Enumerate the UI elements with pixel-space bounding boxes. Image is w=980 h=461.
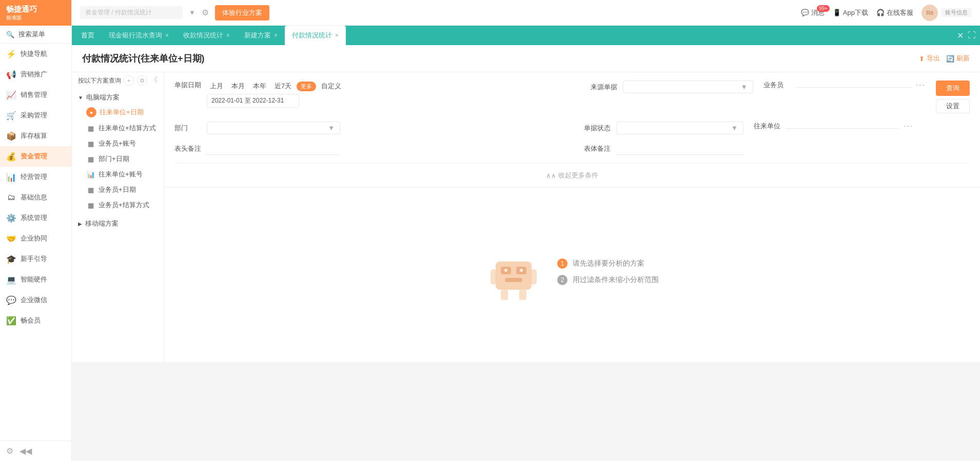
tab-new-scheme-close[interactable]: ×	[274, 32, 278, 39]
source-filter-item: 来源单据 ▼	[591, 81, 753, 93]
partner-dots-icon[interactable]: ···	[904, 122, 913, 131]
trial-button[interactable]: 体验行业方案	[215, 5, 269, 21]
scheme-panel: 按以下方案查询 + ⚙ 《 ▼ 电脑端方案	[72, 72, 164, 362]
system-icon: ⚙️	[6, 213, 16, 223]
topbar-gear-icon[interactable]: ⚙	[202, 8, 209, 17]
dept-select[interactable]: ▼	[207, 122, 340, 134]
staff-input[interactable]	[796, 83, 912, 88]
staff-dots-icon[interactable]: ···	[916, 81, 926, 90]
scheme-group-desktop-header[interactable]: ▼ 电脑端方案	[72, 91, 164, 104]
filter-row-2: 部门 ▼ 单据状态 ▼	[174, 122, 970, 134]
scheme-group-desktop: ▼ 电脑端方案 ● 往来单位+日期 ▦ 往来单位+结算方式	[72, 89, 164, 215]
header-note-input[interactable]	[207, 143, 340, 155]
step2-num: 2	[557, 275, 567, 285]
tab-payment-stats-close[interactable]: ×	[335, 32, 339, 39]
tab-payment-stats[interactable]: 付款情况统计 ×	[285, 26, 346, 45]
scheme-group-mobile-header[interactable]: ▶ 移动端方案	[72, 217, 164, 230]
sidebar-item-basic[interactable]: 🗂 基础信息	[0, 187, 71, 208]
sidebar-item-enterprise[interactable]: 🤝 企业协同	[0, 228, 71, 249]
service-button[interactable]: 🎧 在线客服	[876, 8, 913, 17]
avatar: Rit	[922, 5, 938, 21]
scheme-collapse-icon[interactable]: 《	[150, 75, 158, 86]
sidebar-settings-icon[interactable]: ⚙	[6, 446, 13, 456]
inventory-icon: 📦	[6, 131, 16, 141]
partner-input[interactable]	[786, 124, 899, 129]
scheme-item-partner-account[interactable]: 📊 往来单位+账号	[72, 167, 164, 182]
header-note-label: 表头备注	[174, 144, 203, 153]
sidebar-item-system[interactable]: ⚙️ 系统管理	[0, 208, 71, 228]
search-menu-item[interactable]: 🔍 搜索菜单	[0, 26, 71, 44]
sidebar-item-vip[interactable]: ✅ 畅会员	[0, 310, 71, 331]
operation-icon: 📊	[6, 172, 16, 182]
vip-icon: ✅	[6, 315, 16, 326]
sidebar-item-hardware[interactable]: 💻 智能硬件	[0, 269, 71, 290]
sidebar-item-operation[interactable]: 📊 经营管理	[0, 167, 71, 187]
scheme-item-icon-1: ▦	[86, 124, 95, 133]
refresh-button[interactable]: 🔄 刷新	[946, 54, 970, 63]
tab-receipt-stats-close[interactable]: ×	[226, 32, 230, 39]
sidebar-item-quick-nav[interactable]: ⚡ 快捷导航	[0, 44, 71, 64]
address-bar[interactable]: 资金管理 / 付款情况统计	[80, 6, 183, 19]
body-note-input[interactable]	[616, 143, 743, 155]
scheme-add-icon[interactable]: +	[124, 75, 134, 86]
filter-setting-button[interactable]: 设置	[936, 99, 970, 113]
date-filter-controls: 上月 本月 本年 近7天 更多 自定义 2022-01-01 至 2022-12…	[207, 81, 344, 108]
scheme-item-partner-date[interactable]: ● 往来单位+日期	[72, 104, 164, 121]
scheme-gear-icon[interactable]: ⚙	[137, 75, 147, 86]
status-select[interactable]: ▼	[616, 122, 743, 134]
enterprise-icon: 🤝	[6, 233, 16, 244]
search-icon: 🔍	[6, 31, 14, 38]
date-custom-btn[interactable]: 自定义	[318, 81, 344, 92]
scheme-item-icon-5: ▦	[86, 185, 95, 194]
address-chevron-icon[interactable]: ▼	[189, 9, 195, 16]
tab-bank-flow-close[interactable]: ×	[165, 32, 169, 39]
scheme-item-dept-date[interactable]: ▦ 部门+日期	[72, 151, 164, 167]
active-dot-icon: ●	[86, 107, 96, 117]
tab-home[interactable]: 首页	[74, 26, 102, 45]
scheme-item-staff-settlement[interactable]: ▦ 业务员+结算方式	[72, 197, 164, 213]
filter-section: 单据日期 上月 本月 本年 近7天 更多 自定义 20	[164, 72, 980, 188]
scheme-item-staff-date[interactable]: ▦ 业务员+日期	[72, 182, 164, 197]
collapse-button[interactable]: ∧∧ 收起更多条件	[546, 168, 598, 183]
tab-bar: 首页 现金银行流水查询 × 收款情况统计 × 新建方案 × 付款情况统计 × ✕…	[72, 26, 980, 45]
topbar-right: 💬 消息 99+ 📱 App下载 🎧 在线客服 Rit 账号信息	[801, 5, 972, 21]
dept-filter-item: 部门 ▼	[174, 122, 574, 134]
sidebar-item-marketing[interactable]: 📢 营销推广	[0, 64, 71, 85]
scheme-item-partner-settlement[interactable]: ▦ 往来单位+结算方式	[72, 121, 164, 136]
export-button[interactable]: ⬆ 导出	[919, 54, 940, 63]
sidebar-item-finance[interactable]: 💰 资金管理	[0, 146, 71, 167]
scheme-item-icon-3: ▦	[86, 154, 95, 164]
collapse-up-icon: ∧∧	[546, 172, 556, 179]
date-btns-row: 上月 本月 本年 近7天 更多 自定义	[207, 81, 344, 92]
wechat-icon: 💬	[6, 295, 16, 305]
scheme-header-icons: + ⚙ 《	[124, 75, 158, 86]
date-this-month-btn[interactable]: 本月	[228, 81, 248, 92]
svg-point-8	[504, 269, 507, 272]
username-label: 账号信息	[941, 8, 972, 17]
scheme-item-staff-account[interactable]: ▦ 业务员+账号	[72, 136, 164, 151]
sidebar-item-purchase[interactable]: 🛒 采购管理	[0, 105, 71, 126]
partner-filter-label: 往来单位	[754, 122, 782, 131]
date-range-input[interactable]: 2022-01-01 至 2022-12-31	[207, 94, 299, 108]
expand-icon[interactable]: ⛶	[968, 31, 976, 40]
tab-bank-flow[interactable]: 现金银行流水查询 ×	[102, 26, 176, 45]
date-more-btn[interactable]: 更多	[297, 82, 316, 91]
sidebar-item-guide[interactable]: 🎓 新手引导	[0, 249, 71, 269]
source-select[interactable]: ▼	[623, 81, 753, 93]
sidebar-collapse-icon[interactable]: ◀◀	[19, 446, 32, 456]
sidebar-item-sales[interactable]: 📈 销售管理	[0, 85, 71, 105]
close-all-tabs-icon[interactable]: ✕	[957, 31, 964, 41]
sidebar-item-inventory[interactable]: 📦 库存核算	[0, 126, 71, 146]
user-area[interactable]: Rit 账号信息	[922, 5, 972, 21]
tab-receipt-stats[interactable]: 收款情况统计 ×	[176, 26, 237, 45]
robot-icon	[485, 246, 542, 303]
date-7days-btn[interactable]: 近7天	[271, 81, 295, 92]
tab-new-scheme[interactable]: 新建方案 ×	[237, 26, 285, 45]
app-download-button[interactable]: 📱 App下载	[833, 8, 868, 17]
sidebar: 畅捷通巧 标准版 🔍 搜索菜单 ⚡ 快捷导航 📢 营销推广 📈 销售管理 🛒 采…	[0, 0, 72, 461]
query-button[interactable]: 查询	[936, 81, 970, 96]
message-button[interactable]: 💬 消息 99+	[801, 8, 825, 17]
date-this-year-btn[interactable]: 本年	[250, 81, 269, 92]
date-last-month-btn[interactable]: 上月	[207, 81, 226, 92]
sidebar-item-wechat[interactable]: 💬 企业微信	[0, 290, 71, 310]
